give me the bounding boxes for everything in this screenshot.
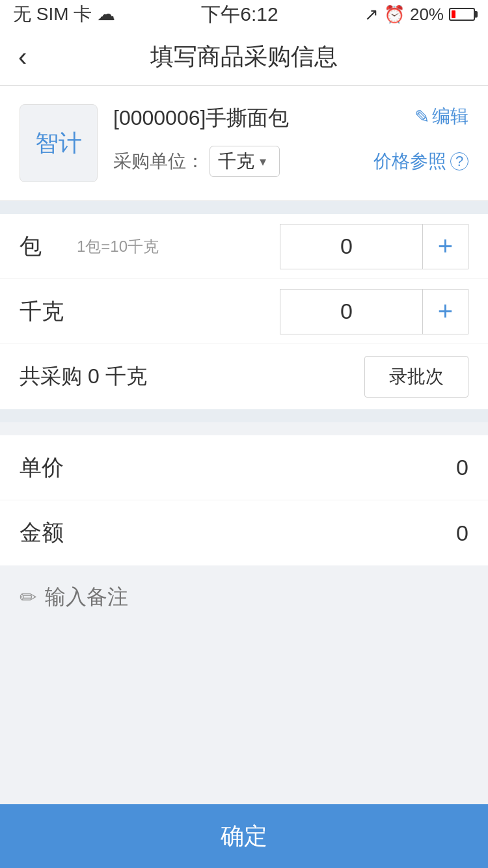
dropdown-arrow-icon: ▾ <box>260 154 266 169</box>
battery-icon <box>449 8 475 21</box>
total-text: 共采购 0 千克 <box>20 362 147 391</box>
status-left: 无 SIM 卡 ☁ <box>13 2 115 27</box>
pencil-icon: ✏ <box>20 585 37 610</box>
input-label-bao: 包 <box>20 232 72 262</box>
input-label-kg: 千克 <box>20 297 72 327</box>
input-row-bao: 包 1包=10千克 + <box>0 214 488 279</box>
batch-button[interactable]: 录批次 <box>364 356 468 398</box>
unit-prefix: 采购单位： <box>113 149 204 174</box>
alarm-icon: ⏰ <box>384 5 405 25</box>
amount-value: 0 <box>456 521 468 546</box>
total-amount: 0 <box>88 364 105 388</box>
total-unit: 千克 <box>105 364 147 388</box>
price-row-unit: 单价 0 <box>0 435 488 500</box>
section-divider-2 <box>0 409 488 422</box>
unit-row: 采购单位： 千克 ▾ 价格参照 ? <box>113 146 468 177</box>
product-logo: 智计 <box>35 129 82 157</box>
remark-input[interactable] <box>45 585 468 609</box>
plus-button-kg[interactable]: + <box>423 289 468 334</box>
input-controls-kg: + <box>280 289 468 334</box>
input-row-kg: 千克 + <box>0 279 488 344</box>
help-icon: ? <box>450 152 468 170</box>
price-section: 单价 0 金额 0 <box>0 435 488 565</box>
location-icon: ↗ <box>364 5 379 25</box>
product-name: [0000006]手撕面包 <box>113 104 289 133</box>
product-thumbnail: 智计 <box>20 104 98 182</box>
remark-section: ✏ <box>0 565 488 631</box>
input-section: 包 1包=10千克 + 千克 + <box>0 214 488 344</box>
product-name-row: [0000006]手撕面包 ✎ 编辑 <box>113 104 468 133</box>
battery-percent: 20% <box>410 5 444 25</box>
confirm-button[interactable]: 确定 <box>0 804 488 868</box>
input-sublabel-bao: 1包=10千克 <box>77 236 280 257</box>
status-right: ↗ ⏰ 20% <box>364 5 475 25</box>
total-row: 共采购 0 千克 录批次 <box>0 344 488 409</box>
edit-icon: ✎ <box>414 106 429 128</box>
plus-button-bao[interactable]: + <box>423 224 468 269</box>
unit-value: 千克 <box>218 149 254 174</box>
edit-label: 编辑 <box>432 104 468 129</box>
product-card: 智计 [0000006]手撕面包 ✎ 编辑 采购单位： 千克 ▾ 价格参照 ? <box>0 86 488 201</box>
status-time: 下午6:12 <box>201 1 278 28</box>
status-bar: 无 SIM 卡 ☁ 下午6:12 ↗ ⏰ 20% <box>0 0 488 29</box>
input-controls-bao: + <box>280 224 468 269</box>
price-row-amount: 金额 0 <box>0 500 488 565</box>
sim-label: 无 SIM 卡 ☁ <box>13 2 115 27</box>
price-ref-label: 价格参照 <box>373 149 446 174</box>
page-title: 填写商品采购信息 <box>150 41 338 73</box>
back-button[interactable]: ‹ <box>18 42 27 72</box>
section-divider-1 <box>0 201 488 214</box>
unit-price-label: 单价 <box>20 453 64 483</box>
price-reference-button[interactable]: 价格参照 ? <box>373 149 468 174</box>
amount-label: 金额 <box>20 518 64 548</box>
nav-bar: ‹ 填写商品采购信息 <box>0 29 488 86</box>
qty-input-bao[interactable] <box>280 224 423 269</box>
product-info: [0000006]手撕面包 ✎ 编辑 采购单位： 千克 ▾ 价格参照 ? <box>113 104 468 177</box>
qty-input-kg[interactable] <box>280 289 423 334</box>
edit-button[interactable]: ✎ 编辑 <box>414 104 468 129</box>
unit-price-value: 0 <box>456 455 468 480</box>
total-label: 共采购 <box>20 364 82 388</box>
unit-selector[interactable]: 千克 ▾ <box>210 146 280 177</box>
